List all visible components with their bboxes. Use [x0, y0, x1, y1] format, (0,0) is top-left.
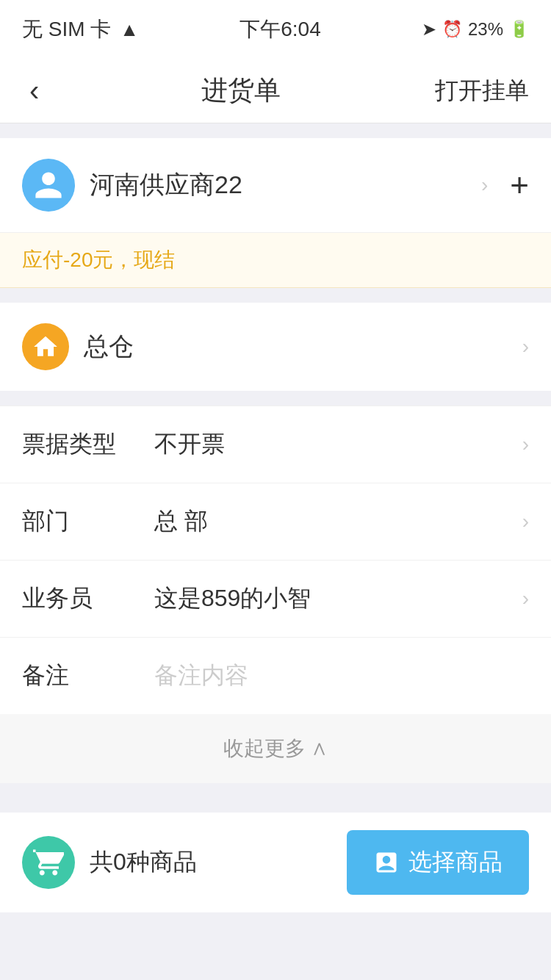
select-product-label: 选择商品 [408, 846, 503, 879]
cart-icon [33, 847, 64, 878]
status-bar: 无 SIM 卡 ▲ 下午6:04 ➤ ⏰ 23% 🔋 [0, 0, 551, 59]
supplier-name: 河南供应商22 [90, 168, 481, 202]
select-product-button[interactable]: 选择商品 [347, 830, 529, 895]
warehouse-row[interactable]: 总仓 › [0, 303, 551, 391]
remark-row[interactable]: 备注 备注内容 [0, 637, 551, 714]
back-button[interactable]: ‹ [22, 67, 46, 115]
warehouse-icon [22, 323, 69, 370]
empty-content-bg [0, 912, 551, 980]
salesperson-row[interactable]: 业务员 这是859的小智 › [0, 560, 551, 637]
carrier-label: 无 SIM 卡 [22, 15, 111, 43]
add-supplier-button[interactable]: + [510, 169, 529, 201]
ticket-type-row[interactable]: 票据类型 不开票 › [0, 406, 551, 483]
status-right: ➤ ⏰ 23% 🔋 [422, 19, 529, 40]
supplier-chevron-icon: › [481, 173, 488, 197]
top-divider [0, 123, 551, 138]
warehouse-section: 总仓 › [0, 303, 551, 391]
warehouse-chevron-icon: › [522, 335, 529, 359]
remark-input[interactable]: 备注内容 [140, 660, 529, 692]
supplier-avatar [22, 159, 75, 212]
select-product-icon [373, 849, 400, 876]
open-pending-button[interactable]: 打开挂单 [435, 75, 529, 107]
product-icon [22, 836, 75, 889]
alarm-icon: ⏰ [442, 20, 462, 39]
form-section: 票据类型 不开票 › 部门 总 部 › 业务员 这是859的小智 › 备注 备注… [0, 406, 551, 714]
battery-icon: 🔋 [509, 20, 529, 39]
warehouse-name: 总仓 [84, 330, 522, 364]
collapse-row[interactable]: 收起更多 ∧ [0, 714, 551, 783]
salesperson-chevron-icon: › [522, 587, 529, 610]
user-icon [32, 169, 65, 201]
mid-divider-2 [0, 391, 551, 406]
salesperson-value: 这是859的小智 [140, 583, 522, 615]
department-value: 总 部 [140, 505, 522, 538]
supplier-row[interactable]: 河南供应商22 › + [0, 138, 551, 233]
battery-label: 23% [468, 19, 503, 40]
page-title: 进货单 [201, 73, 281, 109]
mid-divider-1 [0, 288, 551, 303]
ticket-type-label: 票据类型 [22, 428, 140, 461]
product-section: 共0种商品 选择商品 [0, 813, 551, 912]
location-icon: ➤ [422, 19, 436, 40]
status-left: 无 SIM 卡 ▲ [22, 15, 139, 43]
department-label: 部门 [22, 505, 140, 538]
product-count-label: 共0种商品 [90, 846, 347, 879]
salesperson-label: 业务员 [22, 583, 140, 615]
notice-bar: 应付-20元，现结 [0, 233, 551, 288]
status-time: 下午6:04 [240, 15, 321, 43]
wifi-icon: ▲ [120, 18, 139, 41]
ticket-type-chevron-icon: › [522, 433, 529, 456]
supplier-section: 河南供应商22 › + 应付-20元，现结 [0, 138, 551, 288]
department-row[interactable]: 部门 总 部 › [0, 483, 551, 560]
nav-bar: ‹ 进货单 打开挂单 [0, 59, 551, 123]
department-chevron-icon: › [522, 510, 529, 533]
home-icon [32, 333, 60, 361]
remark-label: 备注 [22, 660, 140, 692]
ticket-type-value: 不开票 [140, 428, 522, 461]
bottom-divider [0, 783, 551, 798]
